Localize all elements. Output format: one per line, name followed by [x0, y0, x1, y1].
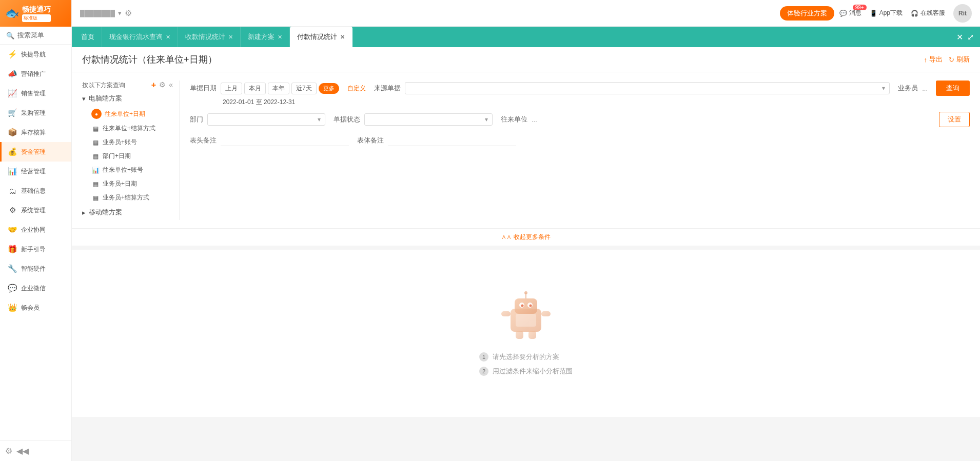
- sidebar-item-zhineng[interactable]: 🔧 智能硬件: [0, 259, 71, 278]
- doc-status-select[interactable]: ▾: [364, 113, 493, 126]
- doc-status-arrow-icon: ▾: [485, 116, 488, 123]
- scheme-item-staff-settle[interactable]: ▦ 业务员+结算方式: [87, 191, 173, 205]
- tabbar-actions: ✕ ⤢: [956, 32, 978, 42]
- empty-tip-2: 2 用过滤条件来缩小分析范围: [479, 367, 573, 376]
- maximize-button[interactable]: ⤢: [967, 32, 974, 42]
- sidebar-item-xinshou[interactable]: 🎁 新手引导: [0, 239, 71, 259]
- settings-button[interactable]: 设置: [939, 112, 970, 127]
- scheme-sidebar-title: 按以下方案查询: [82, 81, 125, 90]
- tab-cashflow[interactable]: 现金银行流水查询 ✕: [102, 27, 178, 47]
- empty-tips: 1 请先选择要分析的方案 2 用过滤条件来缩小分析范围: [479, 352, 573, 376]
- body-note-input[interactable]: [388, 134, 516, 146]
- sidebar-item-label: 资金管理: [21, 148, 46, 156]
- tabbar: 首页 现金银行流水查询 ✕ 收款情况统计 ✕ 新建方案 ✕ 付款情况统计 ✕ ✕…: [72, 27, 980, 47]
- sidebar-item-yingxiao[interactable]: 📣 营销推广: [0, 64, 71, 84]
- avatar[interactable]: Rit: [953, 4, 972, 23]
- sidebar-item-weixin[interactable]: 💬 企业微信: [0, 278, 71, 298]
- trial-button[interactable]: 体验行业方案: [780, 6, 834, 21]
- sidebar-item-jingying[interactable]: 📊 经营管理: [0, 162, 71, 181]
- refresh-button[interactable]: ↻ 刷新: [949, 55, 970, 64]
- sidebar-item-label: 系统管理: [21, 206, 46, 215]
- scheme-item-dept-date[interactable]: ▦ 部门+日期: [87, 149, 173, 163]
- sidebar-search[interactable]: 🔍 搜索菜单: [0, 27, 71, 45]
- sidebar-item-label: 库存核算: [21, 128, 46, 137]
- date-btn-this-year[interactable]: 本年: [268, 83, 289, 94]
- tab-payment-close[interactable]: ✕: [340, 34, 345, 41]
- collapse-bar[interactable]: ∧∧ 收起更多条件: [72, 229, 980, 246]
- date-btn-last-month[interactable]: 上月: [221, 83, 242, 94]
- date-btn-7days[interactable]: 近7天: [291, 83, 317, 94]
- xiaoshou-icon: 📈: [8, 89, 17, 98]
- header-note-input[interactable]: [221, 134, 349, 146]
- tab-cashflow-close[interactable]: ✕: [166, 34, 170, 41]
- messages-item[interactable]: 💬 消息 99+: [839, 9, 861, 17]
- scheme-group-header-mobile[interactable]: ▸ 移动端方案: [82, 208, 173, 217]
- sidebar-badge: 标准版: [22, 14, 51, 22]
- sidebar-item-changhui[interactable]: 👑 畅会员: [0, 298, 71, 317]
- tab-newplan-close[interactable]: ✕: [278, 34, 282, 41]
- page-header-actions: ↑ 导出 ↻ 刷新: [924, 55, 970, 64]
- sidebar-item-xitong[interactable]: ⚙ 系统管理: [0, 201, 71, 220]
- scheme-item-staff-date[interactable]: ▦ 业务员+日期: [87, 177, 173, 191]
- tab-income[interactable]: 收款情况统计 ✕: [178, 27, 241, 47]
- tab-income-close[interactable]: ✕: [228, 34, 233, 41]
- dropdown-arrow-icon[interactable]: ▾: [118, 9, 122, 17]
- scheme-item-partner-date[interactable]: ● 往来单位+日期: [87, 106, 173, 122]
- export-button[interactable]: ↑ 导出: [924, 55, 943, 64]
- tab-home[interactable]: 首页: [74, 27, 102, 47]
- app-download-item[interactable]: 📱 App下载: [870, 9, 903, 17]
- sidebar-item-jichu[interactable]: 🗂 基础信息: [0, 181, 71, 201]
- header-note-label: 表头备注: [190, 136, 217, 145]
- topbar-settings-icon[interactable]: ⚙: [125, 8, 132, 18]
- tab-newplan-label: 新建方案: [248, 32, 275, 42]
- custom-date-btn[interactable]: 自定义: [347, 84, 366, 93]
- add-scheme-button[interactable]: +: [151, 81, 156, 90]
- date-btn-more[interactable]: 更多: [319, 83, 339, 94]
- filter-section: 按以下方案查询 + ⚙ « ▾ 电脑端方案: [72, 72, 980, 229]
- scheme-group-label: 移动端方案: [89, 208, 122, 217]
- scheme-item-label: 业务员+结算方式: [103, 193, 149, 202]
- sidebar-item-kuaijie[interactable]: ⚡ 快捷导航: [0, 45, 71, 64]
- collapse-scheme-button[interactable]: «: [169, 81, 173, 90]
- filter-field-partner: 往来单位 ...: [501, 115, 537, 124]
- scheme-group-header-desktop[interactable]: ▾ 电脑端方案: [82, 94, 173, 103]
- scheme-item-icon: ▦: [91, 194, 100, 202]
- sidebar: 🐟 畅捷通巧 标准版 🔍 搜索菜单 ⚡ 快捷导航 📣 营销推广 📈 销售管理: [0, 0, 72, 461]
- dept-select[interactable]: ▾: [207, 113, 325, 126]
- settings-footer-icon[interactable]: ⚙: [5, 446, 12, 456]
- changhui-icon: 👑: [8, 303, 17, 312]
- sidebar-item-kucun[interactable]: 📦 库存核算: [0, 123, 71, 142]
- source-select[interactable]: ▾: [405, 82, 890, 94]
- sidebar-item-caigou[interactable]: 🛒 采购管理: [0, 103, 71, 123]
- tab-newplan[interactable]: 新建方案 ✕: [241, 27, 290, 47]
- collapse-label: 收起更多条件: [514, 233, 551, 240]
- query-button[interactable]: 查询: [936, 81, 970, 96]
- sidebar-item-label: 畅会员: [21, 304, 40, 312]
- scheme-settings-button[interactable]: ⚙: [159, 81, 166, 90]
- sidebar-item-zijin[interactable]: 💰 资金管理: [0, 142, 71, 162]
- page-body: 付款情况统计（往来单位+日期） ↑ 导出 ↻ 刷新: [72, 47, 980, 461]
- sidebar-item-xiaoshou[interactable]: 📈 销售管理: [0, 84, 71, 103]
- topbar-breadcrumb: ████████ ▾ ⚙: [80, 8, 775, 18]
- collapse-sidebar-icon[interactable]: ◀◀: [16, 446, 29, 456]
- refresh-icon: ↻: [949, 56, 954, 64]
- tab-payment[interactable]: 付款情况统计 ✕: [290, 27, 352, 47]
- scheme-item-partner-settle[interactable]: ▦ 往来单位+结算方式: [87, 122, 173, 135]
- salesman-label: 业务员: [898, 84, 918, 93]
- date-btn-this-month[interactable]: 本月: [244, 83, 266, 94]
- scheme-item-icon: ▦: [91, 180, 100, 188]
- body-note-label: 表体备注: [357, 136, 384, 145]
- salesman-dots[interactable]: ...: [922, 85, 928, 92]
- svg-rect-10: [516, 331, 523, 339]
- close-window-button[interactable]: ✕: [956, 32, 963, 42]
- scheme-item-staff-account[interactable]: ▦ 业务员+账号: [87, 135, 173, 149]
- scheme-item-partner-account[interactable]: 📊 往来单位+账号: [87, 163, 173, 177]
- sidebar-item-label: 智能硬件: [21, 265, 46, 273]
- online-service-item[interactable]: 🎧 在线客服: [911, 9, 945, 17]
- scheme-sidebar-header: 按以下方案查询 + ⚙ «: [82, 81, 173, 90]
- page-title: 付款情况统计（往来单位+日期）: [82, 53, 217, 66]
- scheme-group-mobile: ▸ 移动端方案: [82, 208, 173, 217]
- sidebar-item-qiye[interactable]: 🤝 企业协同: [0, 220, 71, 239]
- scheme-sidebar: 按以下方案查询 + ⚙ « ▾ 电脑端方案: [82, 81, 180, 220]
- partner-dots[interactable]: ...: [532, 116, 537, 124]
